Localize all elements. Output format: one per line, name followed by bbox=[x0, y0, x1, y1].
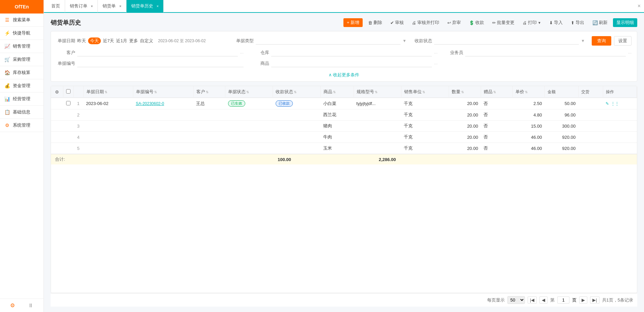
shortcut-7days[interactable]: 近7天 bbox=[103, 38, 114, 44]
close-tab-sales-order[interactable]: × bbox=[91, 4, 93, 8]
show-detail-button[interactable]: 显示明细 bbox=[613, 18, 637, 27]
close-tab-sales-history[interactable]: × bbox=[157, 4, 159, 8]
table-row: 2 西兰花 千克 20.00 否 4.80 96.00 bbox=[51, 109, 637, 121]
sidebar-item-sales-mgmt[interactable]: 📈 销售管理 bbox=[0, 40, 44, 53]
sidebar-item-search-menu[interactable]: ☰ 搜索菜单 bbox=[0, 14, 44, 27]
payment-status-dropdown-icon[interactable]: ▼ bbox=[581, 38, 585, 43]
per-page-select[interactable]: 50 100 200 bbox=[507, 296, 525, 304]
customer-dots[interactable]: ··· bbox=[240, 50, 244, 55]
filter-row-1: 单据日期 昨天 今天 近7天 近1月 更多 自定义 2023-06-02 至 2… bbox=[56, 36, 632, 46]
tab-sales-history[interactable]: 销货单历史 × bbox=[127, 0, 164, 12]
sidebar-item-label: 采购管理 bbox=[13, 56, 30, 62]
setting-button[interactable]: 设置 bbox=[614, 36, 632, 46]
cell-amount: 920.00 bbox=[545, 132, 579, 143]
last-page-btn[interactable]: ▶| bbox=[590, 296, 599, 304]
table-row: 4 牛肉 千克 20.00 否 46.00 920.00 bbox=[51, 132, 637, 143]
warehouse-input[interactable] bbox=[271, 49, 432, 56]
col-customer[interactable]: 客户⇅ bbox=[193, 86, 225, 98]
tab-sales-delivery[interactable]: 销货单 × bbox=[98, 0, 126, 12]
close-tab-sales-delivery[interactable]: × bbox=[119, 4, 121, 8]
col-gift[interactable]: 赠品⇅ bbox=[481, 86, 513, 98]
sidebar-setting-icon[interactable]: ⚙ bbox=[10, 302, 15, 309]
query-button[interactable]: 查询 bbox=[592, 36, 611, 46]
tab-home[interactable]: 首页 bbox=[47, 0, 65, 12]
payment-status-input[interactable] bbox=[434, 37, 579, 45]
select-all-checkbox[interactable] bbox=[66, 89, 71, 94]
print-dropdown-icon: ▼ bbox=[538, 21, 541, 25]
page-input[interactable] bbox=[557, 296, 569, 304]
cell-qty: 20.00 bbox=[449, 109, 481, 121]
cell-doc-num: SA-20230602-0 bbox=[133, 98, 193, 109]
review-print-button[interactable]: 🖨 审核并打印 bbox=[409, 18, 442, 27]
shortcut-today[interactable]: 今天 bbox=[88, 37, 101, 44]
product-dots[interactable]: ··· bbox=[434, 61, 438, 66]
cell-row-num: 2 bbox=[73, 109, 83, 121]
col-doc-num[interactable]: 单据编号⇅ bbox=[133, 86, 193, 98]
abandon-button[interactable]: ↩ 弃审 bbox=[445, 18, 464, 27]
settings-gear-icon[interactable]: ⚙ bbox=[55, 89, 59, 95]
print-button[interactable]: 🖨 打印 ▼ bbox=[520, 18, 544, 27]
shortcut-custom[interactable]: 自定义 bbox=[140, 38, 153, 44]
shortcut-more[interactable]: 更多 bbox=[129, 38, 138, 44]
next-page-btn[interactable]: ▶ bbox=[579, 296, 587, 304]
col-payment-status[interactable]: 收款状态⇅ bbox=[273, 86, 320, 98]
table-row: 1 2023-06-02 SA-20230602-0 王总 已生效 已收款 小白… bbox=[51, 98, 637, 109]
prev-page-btn[interactable]: ◀ bbox=[539, 296, 548, 304]
cell-spec bbox=[354, 132, 401, 143]
doc-type-label: 单据类型 bbox=[235, 38, 254, 44]
cell-doc-date bbox=[83, 121, 133, 132]
shortcut-yesterday[interactable]: 昨天 bbox=[77, 38, 86, 44]
batch-change-button[interactable]: ✏ 批量变更 bbox=[489, 18, 517, 27]
data-table: ⚙ 单据日期⇅ 单据编号⇅ 客户⇅ bbox=[51, 86, 637, 154]
sidebar-collapse-icon[interactable]: ⏸ bbox=[28, 303, 33, 309]
edit-link[interactable]: ✎ bbox=[606, 101, 609, 106]
cell-settings bbox=[51, 132, 63, 143]
sidebar-item-quick-nav[interactable]: ⚡ 快捷导航 bbox=[0, 27, 44, 40]
more-link[interactable]: ⋮⋮ bbox=[611, 101, 619, 106]
col-settings[interactable]: ⚙ bbox=[51, 86, 63, 98]
row-checkbox[interactable] bbox=[66, 101, 71, 105]
col-doc-status[interactable]: 单据状态⇅ bbox=[225, 86, 273, 98]
doc-num-input[interactable] bbox=[77, 60, 244, 67]
review-button[interactable]: ✔ 审核 bbox=[388, 18, 407, 27]
sidebar-item-system[interactable]: ⚙ 系统管理 bbox=[0, 119, 44, 132]
delete-button[interactable]: 🗑 删除 bbox=[365, 18, 385, 27]
warehouse-dots[interactable]: ··· bbox=[434, 50, 438, 55]
date-label: 单据日期 bbox=[56, 38, 75, 44]
import-button[interactable]: ⬇ 导入 bbox=[547, 18, 565, 27]
collapse-row[interactable]: ∧ 收起更多条件 bbox=[56, 71, 632, 79]
doc-type-input[interactable] bbox=[256, 37, 400, 45]
doc-type-dropdown-icon[interactable]: ▼ bbox=[402, 38, 407, 43]
sidebar-item-finance[interactable]: 💰 资金管理 bbox=[0, 79, 44, 93]
doc-num-link[interactable]: SA-20230602-0 bbox=[136, 101, 164, 106]
new-button[interactable]: + 新增 bbox=[343, 18, 363, 27]
shortcut-1month[interactable]: 近1月 bbox=[116, 38, 127, 44]
col-doc-date[interactable]: 单据日期⇅ bbox=[83, 86, 133, 98]
sidebar-item-purchase-mgmt[interactable]: 🛒 采购管理 bbox=[0, 53, 44, 66]
export-button[interactable]: ⬆ 导出 bbox=[568, 18, 587, 27]
salesperson-dots[interactable]: ··· bbox=[628, 50, 632, 55]
customer-input[interactable] bbox=[77, 49, 238, 56]
close-all-tabs[interactable]: × bbox=[638, 3, 641, 9]
col-unit[interactable]: 销售单位⇅ bbox=[401, 86, 449, 98]
salesperson-input[interactable] bbox=[465, 49, 626, 56]
sidebar-item-inventory[interactable]: 🏠 库存核算 bbox=[0, 66, 44, 79]
collect-button[interactable]: 💲 收款 bbox=[466, 18, 487, 27]
first-page-btn[interactable]: |◀ bbox=[528, 296, 537, 304]
quick-nav-icon: ⚡ bbox=[4, 30, 10, 36]
sidebar-item-operations[interactable]: 📊 经营管理 bbox=[0, 93, 44, 106]
cell-doc-date bbox=[83, 109, 133, 121]
col-trade: 交货 bbox=[578, 86, 603, 98]
col-unit-price[interactable]: 单价⇅ bbox=[513, 86, 545, 98]
table-header-row: ⚙ 单据日期⇅ 单据编号⇅ 客户⇅ bbox=[51, 86, 637, 98]
tab-sales-order[interactable]: 销售订单 × bbox=[65, 0, 98, 12]
product-input[interactable] bbox=[271, 60, 432, 67]
col-product[interactable]: 商品⇅ bbox=[320, 86, 354, 98]
delete-icon: 🗑 bbox=[368, 20, 372, 25]
sidebar-item-basic-info[interactable]: 📋 基础信息 bbox=[0, 106, 44, 119]
refresh-button[interactable]: 🔄 刷新 bbox=[590, 18, 610, 27]
cell-actions bbox=[603, 132, 637, 143]
col-spec[interactable]: 规格型号⇅ bbox=[354, 86, 401, 98]
col-qty[interactable]: 数量⇅ bbox=[449, 86, 481, 98]
warehouse-filter-group: 仓库 ··· bbox=[250, 49, 438, 56]
